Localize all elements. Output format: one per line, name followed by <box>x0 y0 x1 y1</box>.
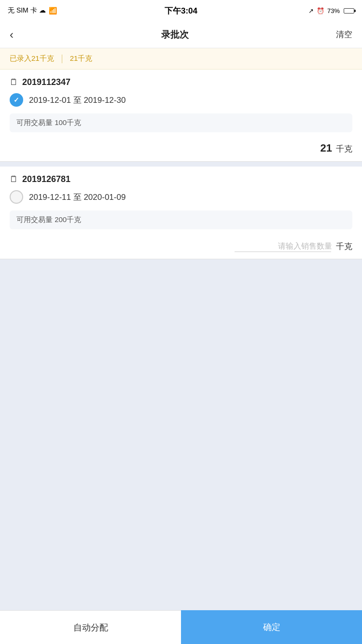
bottom-bar: 自动分配 确定 <box>0 610 362 644</box>
radio-1[interactable] <box>10 93 23 107</box>
location-icon: ↗ <box>308 7 314 14</box>
clear-button[interactable]: 清空 <box>336 29 352 40</box>
page-title: 录批次 <box>161 28 189 41</box>
batch-date-row-2[interactable]: 2019-12-11 至 2020-01-09 <box>0 187 362 207</box>
summary-banner: 已录入21千克 21千克 <box>0 48 362 70</box>
confirm-button[interactable]: 确定 <box>181 610 362 644</box>
available-qty-1: 可用交易量 100千克 <box>10 113 352 132</box>
summary-divider <box>62 55 62 63</box>
section-divider <box>0 162 362 167</box>
auto-distribute-button[interactable]: 自动分配 <box>0 610 181 644</box>
battery-icon <box>344 8 354 14</box>
batch-date-1: 2019-12-01 至 2019-12-30 <box>29 95 125 106</box>
doc-icon-1: 🗒 <box>10 77 18 87</box>
page-content: 🗒 2019112347 2019-12-01 至 2019-12-30 可用交… <box>0 70 362 644</box>
amount-row-1: 21 千克 <box>0 137 362 162</box>
batch-date-row-1[interactable]: 2019-12-01 至 2019-12-30 <box>0 90 362 110</box>
input-row-2: 请输入销售数量 千克 <box>0 234 362 259</box>
doc-icon-2: 🗒 <box>10 174 18 184</box>
radio-2[interactable] <box>10 190 23 204</box>
batch-header-2: 🗒 2019126781 <box>0 167 362 187</box>
input-underline <box>235 252 331 252</box>
status-right: ↗ ⏰ 73% <box>308 7 354 14</box>
status-bar: 无 SIM 卡 ☁ 📶 下午3:04 ↗ ⏰ 73% <box>0 0 362 21</box>
batch-card-1: 🗒 2019112347 2019-12-01 至 2019-12-30 可用交… <box>0 70 362 162</box>
empty-area <box>0 259 362 644</box>
summary-entered: 已录入21千克 <box>10 54 54 63</box>
back-button[interactable]: ‹ <box>10 28 14 42</box>
nav-bar: ‹ 录批次 清空 <box>0 21 362 48</box>
available-qty-2: 可用交易量 200千克 <box>10 210 352 229</box>
status-time: 下午3:04 <box>165 5 197 16</box>
wifi-icon: 📶 <box>49 7 57 14</box>
batch-card-2: 🗒 2019126781 2019-12-11 至 2020-01-09 可用交… <box>0 167 362 259</box>
input-unit-2: 千克 <box>336 241 352 252</box>
amount-unit-1: 千克 <box>336 143 352 154</box>
input-placeholder: 请输入销售数量 <box>278 241 332 252</box>
batch-id-1: 2019112347 <box>22 77 70 87</box>
amount-value-1: 21 <box>320 142 332 154</box>
batch-id-2: 2019126781 <box>22 174 70 184</box>
sim-label: 无 SIM 卡 ☁ <box>8 6 46 15</box>
alarm-icon: ⏰ <box>317 7 324 14</box>
summary-value: 21千克 <box>70 54 93 63</box>
batch-date-2: 2019-12-11 至 2020-01-09 <box>29 192 125 203</box>
status-left: 无 SIM 卡 ☁ 📶 <box>8 6 57 15</box>
batch-header-1: 🗒 2019112347 <box>0 70 362 90</box>
battery-pct: 73% <box>327 7 340 14</box>
